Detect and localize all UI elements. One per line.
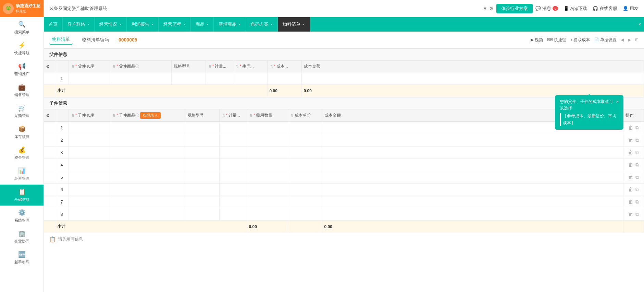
- grid-view-icon[interactable]: ⊞: [635, 37, 639, 42]
- tooltip-close-button[interactable]: ×: [616, 98, 619, 106]
- child-row-spec[interactable]: [185, 171, 219, 184]
- child-row-quantity[interactable]: [247, 159, 288, 171]
- child-row-warehouse[interactable]: [69, 147, 110, 159]
- tab-new-goods[interactable]: 新增商品 ×: [214, 17, 246, 32]
- col-settings-icon[interactable]: ⚙: [46, 64, 50, 69]
- delete-icon[interactable]: 🗑: [628, 150, 633, 155]
- child-row-unit-cost[interactable]: [288, 147, 322, 159]
- single-setting-action[interactable]: 📄 单据设置: [594, 37, 617, 43]
- delete-icon[interactable]: 🗑: [628, 162, 633, 167]
- child-row-spec[interactable]: [185, 208, 219, 221]
- sidebar-item-inventory[interactable]: 📦 库存核算: [0, 122, 44, 143]
- delete-icon[interactable]: 🗑: [628, 211, 633, 217]
- tab-close-goods[interactable]: ×: [207, 22, 209, 26]
- child-row-unit-cost[interactable]: [288, 208, 322, 221]
- page-tab-bom-list[interactable]: 物料清单: [49, 35, 73, 45]
- sidebar-item-operations[interactable]: 📊 经营管理: [0, 164, 44, 185]
- dropdown-arrow-icon[interactable]: ▾: [484, 5, 486, 12]
- child-row-quantity[interactable]: [247, 134, 288, 147]
- online-service-button[interactable]: 🎧 在线客服: [593, 5, 617, 12]
- parent-row-cost[interactable]: [267, 72, 301, 85]
- child-row-product[interactable]: [110, 122, 185, 134]
- child-row-quantity[interactable]: [247, 122, 288, 134]
- child-row-quantity[interactable]: [247, 208, 288, 221]
- tab-close-profit[interactable]: ×: [151, 22, 153, 26]
- child-row-cost-amount[interactable]: [322, 147, 623, 159]
- child-row-product[interactable]: [110, 208, 185, 221]
- child-row-unit[interactable]: [219, 196, 247, 208]
- tab-close-customer[interactable]: ×: [87, 22, 89, 26]
- sidebar-item-enterprise[interactable]: 🏢 企业协同: [0, 226, 44, 247]
- child-row-spec[interactable]: [185, 159, 219, 171]
- shortcut-action[interactable]: ⌨ 快捷键: [547, 37, 566, 43]
- copy-icon[interactable]: ⧉: [635, 125, 639, 130]
- child-row-spec[interactable]: [185, 184, 219, 196]
- child-row-warehouse[interactable]: [69, 184, 110, 196]
- delete-icon[interactable]: 🗑: [628, 174, 633, 180]
- child-row-unit-cost[interactable]: [288, 171, 322, 184]
- child-row-unit-cost[interactable]: [288, 159, 322, 171]
- sidebar-item-purchase[interactable]: 🛒 采购管理: [0, 101, 44, 122]
- child-row-unit[interactable]: [219, 171, 247, 184]
- child-row-product[interactable]: [110, 196, 185, 208]
- parent-row-product[interactable]: [110, 72, 171, 85]
- parent-row-production[interactable]: [233, 72, 267, 85]
- child-row-unit[interactable]: [219, 159, 247, 171]
- child-row-unit-cost[interactable]: [288, 196, 322, 208]
- sidebar-item-basics[interactable]: 📋 基础信息: [0, 185, 44, 206]
- child-row-unit[interactable]: [219, 184, 247, 196]
- child-row-cost-amount[interactable]: [322, 134, 623, 147]
- child-row-unit-cost[interactable]: [288, 134, 322, 147]
- tab-barcode[interactable]: 条码方案 ×: [246, 17, 278, 32]
- user-avatar[interactable]: 👤 用友: [623, 5, 639, 12]
- child-row-warehouse[interactable]: [69, 171, 110, 184]
- copy-icon[interactable]: ⧉: [635, 137, 639, 143]
- nav-arrow-left[interactable]: ◀: [621, 37, 624, 42]
- child-row-warehouse[interactable]: [69, 196, 110, 208]
- tab-bom[interactable]: 物料清单 ×: [278, 17, 310, 32]
- delete-icon[interactable]: 🗑: [628, 199, 633, 205]
- child-row-warehouse[interactable]: [69, 159, 110, 171]
- copy-icon[interactable]: ⧉: [635, 199, 639, 205]
- sidebar-item-sales[interactable]: 💼 销售管理: [0, 80, 44, 101]
- parent-row-spec[interactable]: [171, 72, 206, 85]
- parent-row-unit[interactable]: [206, 72, 233, 85]
- child-row-product[interactable]: [110, 171, 185, 184]
- child-row-product[interactable]: [110, 159, 185, 171]
- tab-close-bom[interactable]: ×: [302, 22, 305, 26]
- tab-operations-status[interactable]: 经营情况 ×: [95, 17, 126, 32]
- sidebar-item-search[interactable]: 🔍 搜索菜单: [0, 17, 44, 38]
- child-row-unit-cost[interactable]: [288, 122, 322, 134]
- child-row-unit[interactable]: [219, 147, 247, 159]
- delete-icon[interactable]: 🗑: [628, 187, 633, 192]
- sidebar-item-marketing[interactable]: 📢 营销推广: [0, 59, 44, 80]
- view-action[interactable]: ▶ 视频: [531, 37, 543, 43]
- child-settings-icon[interactable]: ⚙: [46, 113, 50, 118]
- child-row-cost-amount[interactable]: [322, 208, 623, 221]
- sidebar-item-finance[interactable]: 💰 资金管理: [0, 143, 44, 164]
- tab-close-barcode[interactable]: ×: [271, 22, 273, 26]
- tab-history[interactable]: 经营历程 ×: [159, 17, 190, 32]
- sidebar-item-guide[interactable]: 🆕 新手引导: [0, 247, 44, 268]
- child-row-warehouse[interactable]: [69, 122, 110, 134]
- child-row-unit-cost[interactable]: [288, 184, 322, 196]
- child-row-quantity[interactable]: [247, 184, 288, 196]
- delete-icon[interactable]: 🗑: [628, 125, 633, 130]
- child-row-cost-amount[interactable]: [322, 196, 623, 208]
- child-row-product[interactable]: [110, 147, 185, 159]
- nav-extra-close[interactable]: ×: [639, 22, 644, 27]
- tab-home[interactable]: 首页: [44, 17, 63, 32]
- sidebar-item-quick-nav[interactable]: ⚡ 快捷导航: [0, 38, 44, 59]
- copy-icon[interactable]: ⧉: [635, 211, 639, 217]
- parent-row-warehouse[interactable]: [69, 72, 110, 85]
- child-row-unit[interactable]: [219, 208, 247, 221]
- sidebar-item-system[interactable]: ⚙️ 系统管理: [0, 206, 44, 226]
- child-row-unit[interactable]: [219, 134, 247, 147]
- child-row-product[interactable]: [110, 134, 185, 147]
- tab-profit[interactable]: 利润报告 ×: [127, 17, 159, 32]
- delete-icon[interactable]: 🗑: [628, 137, 633, 143]
- tab-close-history[interactable]: ×: [183, 22, 185, 26]
- child-row-quantity[interactable]: [247, 147, 288, 159]
- child-row-quantity[interactable]: [247, 196, 288, 208]
- child-row-quantity[interactable]: [247, 171, 288, 184]
